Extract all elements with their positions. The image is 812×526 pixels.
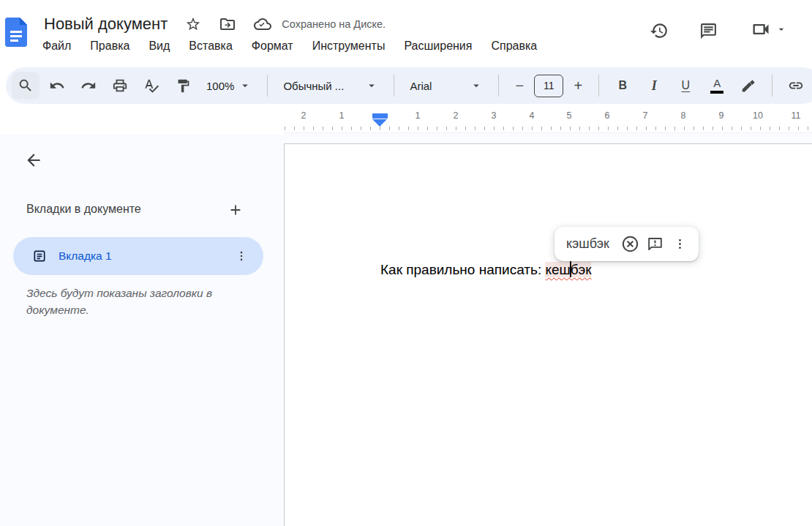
ruler-number: 2 xyxy=(301,110,307,121)
menu-item-view[interactable]: Вид xyxy=(149,40,170,53)
ruler-number: 2 xyxy=(454,110,459,121)
tab-document-icon xyxy=(32,249,47,263)
ruler-tick xyxy=(779,127,780,130)
horizontal-ruler[interactable]: 211234567891011 xyxy=(284,108,812,133)
redo-icon[interactable] xyxy=(75,72,102,99)
font-family-value: Arial xyxy=(410,80,465,92)
ruler-tick xyxy=(399,127,399,130)
ruler-number: 5 xyxy=(567,110,572,121)
increase-font-size-button[interactable]: + xyxy=(567,72,589,99)
indent-marker-icon[interactable] xyxy=(372,113,388,127)
ruler-tick xyxy=(598,127,599,130)
ruler-tick xyxy=(760,127,761,130)
ruler-tick xyxy=(636,127,637,130)
underline-button[interactable]: U xyxy=(672,72,699,99)
ruler-tick xyxy=(380,127,380,130)
ruler-tick xyxy=(608,127,609,130)
menu-item-help[interactable]: Справка xyxy=(491,40,537,53)
comments-icon[interactable] xyxy=(696,19,720,42)
ruler-number: 9 xyxy=(719,110,724,121)
document-title[interactable]: Новый документ xyxy=(44,15,168,34)
font-family-select[interactable]: Arial xyxy=(404,72,489,99)
print-icon[interactable] xyxy=(106,72,134,99)
tabs-panel-heading: Вкладки в документе xyxy=(26,203,141,216)
document-text: Как правильно написать: xyxy=(380,262,545,277)
ruler-tick xyxy=(703,127,704,130)
menu-item-file[interactable]: Файл xyxy=(42,40,71,53)
ruler-tick xyxy=(351,127,352,130)
close-tabs-panel-button[interactable] xyxy=(19,146,48,175)
star-icon[interactable] xyxy=(185,16,201,32)
sidebar-item-tab-1[interactable]: Вкладка 1 xyxy=(13,237,263,275)
videocam-icon xyxy=(751,19,771,40)
arrow-drop-down-icon xyxy=(470,79,483,92)
ruler-tick xyxy=(627,127,628,130)
move-to-folder-icon[interactable] xyxy=(219,15,236,33)
ruler-number: 7 xyxy=(643,110,648,121)
paragraph-style-select[interactable]: Обычный ... xyxy=(277,72,384,99)
menu-item-tools[interactable]: Инструменты xyxy=(312,40,386,53)
bold-button[interactable]: B xyxy=(609,72,636,99)
font-size-input[interactable]: 11 xyxy=(534,75,563,97)
ruler-tick xyxy=(551,127,552,130)
text-color-button[interactable]: A xyxy=(703,72,731,99)
arrow-drop-down-icon xyxy=(365,79,378,92)
decrease-font-size-button[interactable]: − xyxy=(508,72,530,99)
ruler-tick xyxy=(655,127,656,130)
zoom-select[interactable]: 100% xyxy=(200,72,257,99)
ruler-tick xyxy=(446,127,447,130)
italic-button[interactable]: I xyxy=(640,72,668,99)
ruler-number: 6 xyxy=(605,110,610,121)
ruler-tick xyxy=(456,127,456,130)
more-options-icon[interactable] xyxy=(668,232,693,257)
ruler-tick xyxy=(332,127,333,130)
add-tab-button[interactable] xyxy=(222,197,249,223)
chevron-down-icon[interactable] xyxy=(775,23,787,35)
ruler-tick xyxy=(304,127,304,130)
menu-item-insert[interactable]: Вставка xyxy=(189,40,232,53)
ignore-suggestion-icon[interactable] xyxy=(618,232,643,257)
search-icon[interactable] xyxy=(12,72,40,99)
ruler-tick xyxy=(560,127,561,130)
ruler-number: 3 xyxy=(492,110,497,121)
ruler-tick xyxy=(713,127,713,130)
ruler-tick xyxy=(361,127,361,130)
saved-status[interactable]: Сохранено на Диске. xyxy=(282,18,386,30)
undo-icon[interactable] xyxy=(43,72,71,99)
paragraph-style-value: Обычный ... xyxy=(283,80,361,92)
ruler-number: 8 xyxy=(681,110,686,121)
ruler-tick xyxy=(285,127,285,130)
ruler-tick xyxy=(732,127,732,130)
ruler-tick xyxy=(541,127,542,130)
ruler-tick xyxy=(294,127,295,130)
menu-item-format[interactable]: Формат xyxy=(252,40,293,53)
video-call-button[interactable] xyxy=(751,19,787,40)
cloud-saved-icon[interactable] xyxy=(254,15,271,33)
zoom-value: 100% xyxy=(206,80,234,92)
google-docs-app: Новый документ Сохранено на Диске. ФайлП… xyxy=(0,0,812,526)
insert-link-icon[interactable] xyxy=(782,72,810,99)
feedback-icon[interactable] xyxy=(643,232,668,257)
tab-label: Вкладка 1 xyxy=(59,249,112,263)
google-docs-logo-icon[interactable] xyxy=(5,18,27,47)
misspelled-word[interactable]: кешбэк xyxy=(545,262,591,277)
ruler-tick xyxy=(513,127,514,130)
menu-item-extensions[interactable]: Расширения xyxy=(404,40,472,53)
tab-options-icon[interactable] xyxy=(230,244,253,268)
highlight-color-icon[interactable] xyxy=(734,72,762,99)
ruler-tick xyxy=(741,127,742,130)
ruler-number: 4 xyxy=(530,110,535,121)
version-history-icon[interactable] xyxy=(647,19,671,42)
document-page[interactable]: Как правильно написать: кешбэк кэшбэк xyxy=(284,143,812,526)
spelling-suggestion[interactable]: кэшбэк xyxy=(566,236,609,252)
menu-item-edit[interactable]: Правка xyxy=(90,40,129,53)
paint-format-icon[interactable] xyxy=(169,72,197,99)
spell-check-icon[interactable] xyxy=(138,72,165,99)
text-color-label: A xyxy=(713,78,721,89)
document-text-line[interactable]: Как правильно написать: кешбэк xyxy=(380,261,591,278)
ruler-tick xyxy=(532,127,533,130)
ruler-tick xyxy=(770,127,770,130)
plus-icon xyxy=(228,202,244,218)
ruler-tick xyxy=(323,127,323,130)
arrow-left-icon xyxy=(24,151,43,170)
